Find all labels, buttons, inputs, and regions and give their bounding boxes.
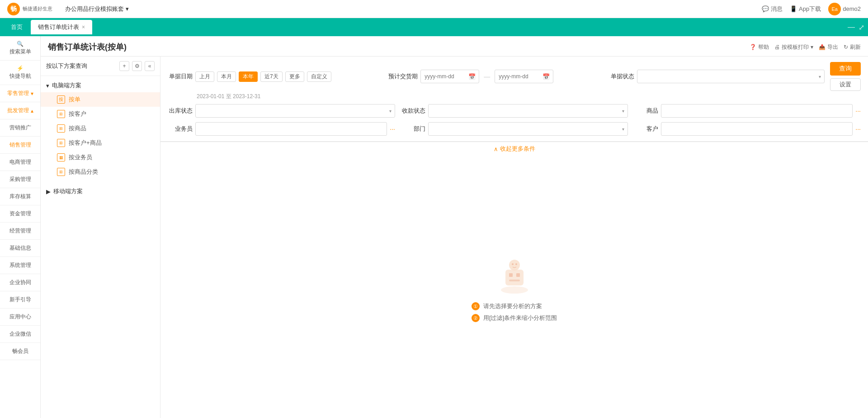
scheme-section-pc-toggle[interactable]: ▾ 电脑端方案 (41, 79, 160, 92)
sidebar-item-vip[interactable]: 畅会员 (0, 343, 40, 360)
sidebar-item-sales[interactable]: 销售管理 (0, 137, 40, 154)
sidebar-item-retail[interactable]: 零售管理 ▾ (0, 85, 40, 102)
scheme-item-by-category[interactable]: ⊞ 按商品分类 (41, 165, 160, 179)
scheme-section-mobile-toggle[interactable]: ▶ 移动端方案 (41, 185, 160, 198)
goods-label: 商品 (633, 107, 658, 115)
scheme-item-by-order[interactable]: 按 按单 (41, 92, 160, 107)
help-button[interactable]: ❓ 帮助 (750, 43, 769, 51)
goods-more-icon[interactable]: ··· (855, 107, 861, 114)
tab-sales-order-stats[interactable]: 销售订单统计表 × (31, 20, 92, 34)
date-btn-last7days[interactable]: 近7天 (260, 71, 283, 82)
sidebar-item-finance[interactable]: 资金管理 (0, 205, 40, 223)
store-selector[interactable]: 办公用品行业模拟账套 ▾ (65, 5, 129, 13)
tab-close-icon[interactable]: × (82, 24, 85, 30)
sidebar-item-basic[interactable]: 基础信息 (0, 240, 40, 257)
sidebar-item-inventory[interactable]: 库存核算 (0, 188, 40, 205)
dept-select[interactable] (428, 122, 628, 136)
empty-state: ① 请先选择要分析的方案 ② 用[过滤]条件来缩小分析范围 (160, 156, 868, 418)
customer-more-icon[interactable]: ··· (855, 125, 861, 133)
goods-input[interactable] (661, 104, 853, 118)
print-button[interactable]: 🖨 按模板打印 ▾ (774, 43, 813, 51)
collect-status-label: 收款状态 (401, 107, 425, 115)
refresh-button[interactable]: ↻ 刷新 (844, 43, 861, 51)
user-menu[interactable]: Ea demo2 (828, 3, 861, 15)
date-btn-more[interactable]: 更多 (285, 71, 304, 82)
date-label: 单据日期 (168, 72, 193, 81)
collapse-button[interactable]: ∧ 收起更多条件 (160, 142, 868, 156)
dept-label: 部门 (401, 125, 425, 133)
avatar: Ea (828, 3, 841, 15)
scheme-item-by-salesman[interactable]: ▦ 按业务员 (41, 150, 160, 165)
logo-text: 畅捷通好生意 (23, 5, 52, 12)
scheme-section-mobile: ▶ 移动端方案 (41, 182, 160, 201)
ship-status-wrapper: ▾ (195, 104, 395, 118)
customer-section: 客户 ··· (633, 122, 861, 136)
ship-status-select[interactable] (195, 104, 395, 118)
export-icon: 📤 (819, 44, 826, 50)
page-actions: ❓ 帮助 🖨 按模板打印 ▾ 📤 导出 ↻ 刷新 (750, 43, 861, 51)
date-btn-lastmonth[interactable]: 上月 (195, 71, 214, 82)
top-bar-left: 畅 畅捷通好生意 办公用品行业模拟账套 ▾ (7, 3, 129, 15)
ship-status-section: 出库状态 ▾ (168, 104, 395, 118)
salesman-more-icon[interactable]: ··· (390, 125, 395, 133)
scheme-item-by-goods[interactable]: ⊞ 按商品 (41, 121, 160, 136)
scheme-settings-button[interactable]: ⚙ (132, 61, 142, 71)
filter-settings-button[interactable]: 设置 (830, 78, 861, 91)
scheme-item-icon-cust-goods: ⊞ (57, 139, 65, 147)
collect-status-section: 收款状态 ▾ (401, 104, 628, 118)
status-filter-section: 单据状态 ▾ (609, 70, 825, 83)
filter-row-1: 单据日期 上月 本月 本年 近7天 更多 自定义 预计交货期 (168, 62, 861, 91)
message-button[interactable]: 💬 消息 (762, 5, 783, 13)
sidebar-item-newbie[interactable]: 新手引导 (0, 291, 40, 309)
sidebar-item-marketing[interactable]: 营销推广 (0, 119, 40, 137)
app-download-button[interactable]: 📱 App下载 (790, 5, 821, 13)
delivery-date-end-input[interactable] (495, 70, 553, 83)
date-btn-thisyear[interactable]: 本年 (239, 71, 258, 82)
sidebar-item-wholesale[interactable]: 批发管理 ▴ (0, 102, 40, 119)
sidebar-item-purchase[interactable]: 采购管理 (0, 171, 40, 188)
scheme-panel-icons: + ⚙ « (119, 61, 155, 71)
svg-point-7 (515, 263, 517, 265)
collect-status-select[interactable] (428, 104, 628, 118)
customer-input[interactable] (661, 122, 853, 136)
scheme-item-by-customer[interactable]: ⊞ 按客户 (41, 107, 160, 121)
sidebar-item-ecommerce[interactable]: 电商管理 (0, 154, 40, 171)
query-buttons: 查询 设置 (830, 62, 861, 91)
sidebar-item-appcenter[interactable]: 应用中心 (0, 309, 40, 326)
export-button[interactable]: 📤 导出 (819, 43, 838, 51)
refresh-icon: ↻ (844, 44, 848, 50)
customer-label: 客户 (633, 125, 658, 133)
filter-row-3: 业务员 ··· 部门 ▾ 客户 (168, 122, 861, 136)
scheme-add-button[interactable]: + (119, 61, 129, 71)
date-btn-custom[interactable]: 自定义 (307, 71, 331, 82)
filter-row-2: 出库状态 ▾ 收款状态 ▾ (168, 104, 861, 118)
svg-point-0 (501, 286, 528, 294)
tab-maximize-button[interactable]: ⤢ (859, 23, 864, 32)
page-header: 销售订单统计表(按单) ❓ 帮助 🖨 按模板打印 ▾ 📤 导出 ↻ 刷新 (41, 36, 868, 57)
sidebar-item-quicknav[interactable]: ⚡ 快捷导航 (0, 61, 40, 85)
sidebar-item-corpwechat[interactable]: 企业微信 (0, 326, 40, 343)
scheme-item-by-cust-goods[interactable]: ⊞ 按客户+商品 (41, 136, 160, 150)
status-select[interactable] (637, 70, 825, 83)
tab-home[interactable]: 首页 (4, 20, 30, 34)
sidebar-item-search[interactable]: 🔍 搜索菜单 (0, 36, 40, 61)
sidebar-item-enterprise[interactable]: 企业协同 (0, 274, 40, 291)
sidebar: 🔍 搜索菜单 ⚡ 快捷导航 零售管理 ▾ 批发管理 ▴ 营销推广 销售管理 电商… (0, 36, 41, 418)
dept-section: 部门 ▾ (401, 122, 628, 136)
sidebar-item-operation[interactable]: 经营管理 (0, 223, 40, 240)
empty-tip-1: ① 请先选择要分析的方案 (472, 302, 557, 310)
scheme-item-icon-salesman: ▦ (57, 153, 65, 162)
date-filter-section: 单据日期 上月 本月 本年 近7天 更多 自定义 (168, 71, 383, 82)
sidebar-item-system[interactable]: 系统管理 (0, 257, 40, 274)
date-btn-thismonth[interactable]: 本月 (217, 71, 236, 82)
scheme-item-icon-customer: ⊞ (57, 110, 65, 118)
delivery-date-start-input[interactable] (420, 70, 479, 83)
scheme-collapse-button[interactable]: « (145, 61, 155, 71)
delivery-date-section: 预计交货期 📅 — 📅 (388, 70, 604, 83)
tab-minimize-button[interactable]: — (848, 23, 855, 32)
query-button[interactable]: 查询 (830, 62, 861, 76)
tip-1-circle: ① (472, 302, 480, 310)
svg-point-5 (509, 260, 520, 271)
salesman-input[interactable] (195, 122, 387, 136)
status-label: 单据状态 (609, 72, 634, 81)
